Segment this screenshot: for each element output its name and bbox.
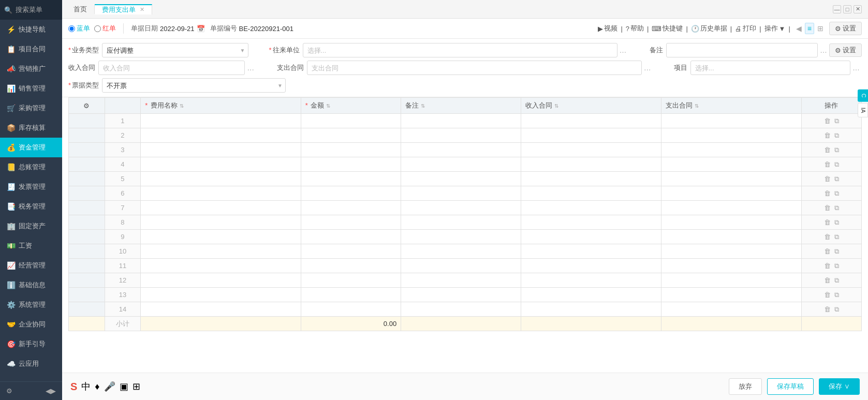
income-contract-more[interactable]: …	[245, 64, 256, 72]
copy-row-12-icon[interactable]: ⧉	[834, 276, 839, 284]
row-expense-9[interactable]	[661, 230, 802, 244]
sidebar-item-tax[interactable]: 📑税务管理	[0, 197, 62, 216]
row-name-3[interactable]	[141, 143, 301, 157]
row-amount-12[interactable]	[301, 273, 401, 288]
copy-row-1-icon[interactable]: ⧉	[834, 117, 839, 125]
form-settings-button[interactable]: ⚙ 设置	[829, 43, 862, 57]
row-name-11[interactable]	[141, 259, 301, 273]
invoice-type-select[interactable]: 不开票	[102, 78, 286, 93]
discard-button[interactable]: 放弃	[729, 378, 762, 395]
row-income-14[interactable]	[521, 302, 661, 317]
counterparty-input[interactable]	[303, 43, 617, 57]
sidebar-item-basic-info[interactable]: ℹ️基础信息	[0, 275, 62, 295]
row-remark-9[interactable]	[401, 230, 521, 244]
row-income-10[interactable]	[521, 244, 661, 259]
row-amount-7[interactable]	[301, 201, 401, 215]
table-config-header[interactable]: ⚙	[69, 98, 105, 114]
expense-contract-more[interactable]: …	[642, 64, 653, 72]
row-amount-6[interactable]	[301, 186, 401, 201]
row-remark-12[interactable]	[401, 273, 521, 288]
help-btn[interactable]: ? 帮助	[626, 24, 644, 33]
row-expense-13[interactable]	[661, 288, 802, 302]
calendar-icon[interactable]: 📅	[197, 25, 205, 33]
row-remark-13[interactable]	[401, 288, 521, 302]
sidebar-item-system[interactable]: ⚙️系统管理	[0, 295, 62, 315]
save-button[interactable]: 保存 ∨	[819, 378, 860, 395]
copy-row-7-icon[interactable]: ⧉	[834, 204, 839, 212]
row-amount-11[interactable]	[301, 259, 401, 273]
row-remark-3[interactable]	[401, 143, 521, 157]
delete-row-4-icon[interactable]: 🗑	[824, 160, 831, 168]
sidebar-item-accounting[interactable]: 📒总账管理	[0, 157, 62, 177]
row-name-7[interactable]	[141, 201, 301, 215]
copy-row-13-icon[interactable]: ⧉	[834, 291, 839, 299]
prev-view-btn[interactable]: ◀	[793, 23, 804, 34]
sidebar-item-purchase[interactable]: 🛒采购管理	[0, 98, 62, 118]
row-name-10[interactable]	[141, 244, 301, 259]
row-income-5[interactable]	[521, 172, 661, 186]
row-expense-7[interactable]	[661, 201, 802, 215]
red-bill-radio[interactable]: 红单	[94, 24, 116, 33]
row-expense-14[interactable]	[661, 302, 802, 317]
row-amount-8[interactable]	[301, 215, 401, 230]
grid-icon[interactable]: ⊞	[133, 381, 140, 392]
sidebar-item-inventory[interactable]: 📦库存核算	[0, 118, 62, 138]
th-amount[interactable]: * 金额 ⇅	[301, 98, 401, 114]
sidebar-item-new-guide[interactable]: 🎯新手引导	[0, 334, 62, 354]
copy-row-2-icon[interactable]: ⧉	[834, 131, 839, 139]
sidebar-item-sales[interactable]: 📊销售管理	[0, 79, 62, 98]
copy-row-11-icon[interactable]: ⧉	[834, 262, 839, 270]
close-button[interactable]: ✕	[854, 5, 862, 13]
sidebar-search-bar[interactable]: 🔍 搜索菜单	[0, 0, 62, 20]
row-expense-6[interactable]	[661, 186, 802, 201]
row-amount-10[interactable]	[301, 244, 401, 259]
diamond-icon[interactable]: ♦	[95, 381, 99, 392]
chinese-input-icon[interactable]: 中	[81, 380, 91, 393]
th-remark[interactable]: 备注 ⇅	[401, 98, 521, 114]
sidebar-item-invoice[interactable]: 🧾发票管理	[0, 177, 62, 197]
row-remark-2[interactable]	[401, 128, 521, 143]
sidebar-item-payroll[interactable]: 💵工资	[0, 236, 62, 256]
row-expense-11[interactable]	[661, 259, 802, 273]
sidebar-item-project-contract[interactable]: 📋项目合同	[0, 39, 62, 59]
sidebar-item-quick-nav[interactable]: ⚡快捷导航	[0, 20, 62, 39]
sidebar-item-cloud-apps[interactable]: ☁️云应用	[0, 354, 62, 374]
row-expense-4[interactable]	[661, 157, 802, 172]
row-amount-13[interactable]	[301, 288, 401, 302]
row-name-6[interactable]	[141, 186, 301, 201]
row-name-12[interactable]	[141, 273, 301, 288]
row-expense-5[interactable]	[661, 172, 802, 186]
copy-row-10-icon[interactable]: ⧉	[834, 247, 839, 255]
copy-row-8-icon[interactable]: ⧉	[834, 218, 839, 226]
delete-row-7-icon[interactable]: 🗑	[824, 204, 831, 212]
shortcut-btn[interactable]: ⌨ 快捷键	[652, 24, 683, 33]
row-remark-14[interactable]	[401, 302, 521, 317]
settings-icon[interactable]: ⚙	[6, 387, 12, 395]
row-income-8[interactable]	[521, 215, 661, 230]
tab-expense-form[interactable]: 费用支出单✕	[95, 4, 152, 14]
delete-row-14-icon[interactable]: 🗑	[824, 305, 831, 313]
screenshot-icon[interactable]: ▣	[120, 381, 128, 392]
sort-icon-expense[interactable]: ⇅	[695, 103, 699, 109]
delete-row-9-icon[interactable]: 🗑	[824, 233, 831, 241]
row-name-1[interactable]	[141, 114, 301, 128]
sort-icon-income[interactable]: ⇅	[554, 103, 558, 109]
row-remark-6[interactable]	[401, 186, 521, 201]
row-income-3[interactable]	[521, 143, 661, 157]
settings-button[interactable]: ⚙ 设置	[829, 22, 862, 35]
copy-row-3-icon[interactable]: ⧉	[834, 146, 839, 154]
row-income-1[interactable]	[521, 114, 661, 128]
row-income-4[interactable]	[521, 157, 661, 172]
th-expense-contract[interactable]: 支出合同 ⇅	[661, 98, 802, 114]
delete-row-11-icon[interactable]: 🗑	[824, 262, 831, 270]
sort-icon-amount[interactable]: ⇅	[326, 103, 330, 109]
tab-home[interactable]: 首页	[66, 5, 95, 14]
project-more[interactable]: …	[850, 64, 862, 72]
delete-row-3-icon[interactable]: 🗑	[824, 146, 831, 154]
th-expense-name[interactable]: * 费用名称 ⇅	[141, 98, 301, 114]
row-remark-7[interactable]	[401, 201, 521, 215]
th-income-contract[interactable]: 收入合同 ⇅	[521, 98, 661, 114]
copy-row-14-icon[interactable]: ⧉	[834, 305, 839, 313]
delete-row-10-icon[interactable]: 🗑	[824, 247, 831, 255]
list-view-btn[interactable]: ≡	[805, 23, 814, 34]
